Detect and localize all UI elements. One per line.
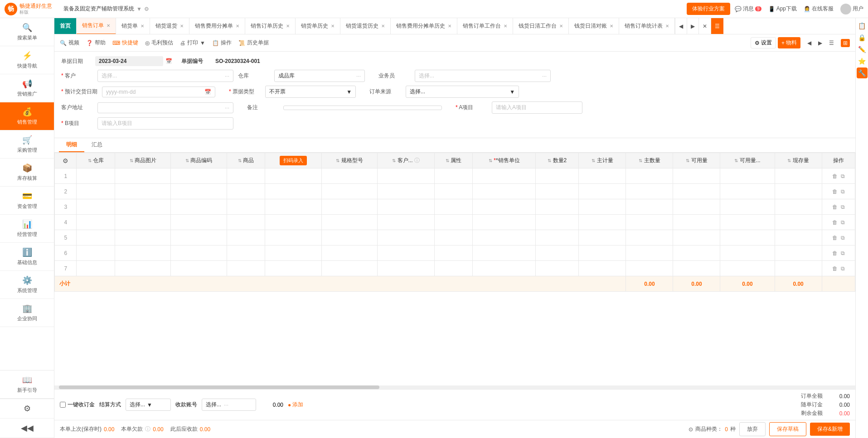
- sidebar-item-system[interactable]: ⚙️ 系统管理: [0, 271, 54, 299]
- sidebar-item-guide[interactable]: 📖 新手引导: [0, 370, 54, 399]
- save-draft-button[interactable]: 保存草稿: [769, 422, 806, 436]
- sidebar-item-sales[interactable]: 💰 销售管理: [0, 102, 54, 130]
- order-source-select[interactable]: 选择... ▼: [406, 86, 519, 98]
- col-settings-icon[interactable]: ⚙: [63, 157, 68, 164]
- copy-icon[interactable]: ⧉: [841, 250, 845, 256]
- add-button[interactable]: ● 添加: [288, 401, 303, 409]
- toolbar-view[interactable]: 🔍 视频: [60, 39, 79, 47]
- tab-close-icon[interactable]: ✕: [107, 23, 110, 28]
- sidebar-item-enterprise[interactable]: 🏢 企业协同: [0, 299, 54, 327]
- toolbar-nav-prev[interactable]: ◀: [807, 40, 811, 46]
- solution-button[interactable]: 体验行业方案: [687, 3, 730, 15]
- row-warehouse[interactable]: [77, 168, 115, 184]
- single-date-input[interactable]: 2023-03-24: [95, 56, 163, 66]
- tab-home[interactable]: 首页: [54, 18, 77, 34]
- toolbar-view-list-icon[interactable]: ☰: [829, 40, 834, 46]
- copy-icon[interactable]: ⧉: [841, 188, 845, 195]
- toolbar-view-card-icon[interactable]: ⊞: [841, 39, 850, 47]
- tab-detail[interactable]: 明细: [59, 138, 84, 152]
- toolbar-nav-next[interactable]: ▶: [818, 40, 822, 46]
- sidebar-item-purchase[interactable]: 🛒 采购管理: [0, 130, 54, 159]
- tab-sales-order[interactable]: 销售订单 ✕: [77, 18, 116, 34]
- toolbar-operate[interactable]: 📋 操作: [212, 39, 232, 47]
- tab-sales-return[interactable]: 销货退货 ✕: [150, 18, 189, 34]
- pay-method-select[interactable]: 选择... ▼: [126, 399, 171, 411]
- delete-icon[interactable]: 🗑: [832, 188, 838, 195]
- delete-icon[interactable]: 🗑: [832, 219, 838, 226]
- online-service-icon[interactable]: 👩‍💼 在线客服: [804, 5, 834, 13]
- tab-daily-reconcile[interactable]: 钱货日清对账 ✕: [569, 18, 619, 34]
- tab-close-icon[interactable]: ✕: [141, 24, 144, 29]
- copy-icon[interactable]: ⧉: [841, 235, 845, 241]
- tab-next-icon[interactable]: ▶: [687, 18, 698, 34]
- copy-icon[interactable]: ⧉: [841, 204, 845, 210]
- delivery-date-input[interactable]: yyyy-mm-dd 📅: [102, 87, 215, 97]
- one-click-checkout[interactable]: 一键收订金: [60, 401, 95, 409]
- tab-expense-history[interactable]: 销售费用分摊单历史 ✕: [391, 18, 457, 34]
- copy-icon[interactable]: ⧉: [841, 219, 845, 226]
- staff-input[interactable]: 选择... ···: [415, 70, 551, 82]
- tab-return-history[interactable]: 销货退货历史 ✕: [340, 18, 391, 34]
- tab-invoice-history[interactable]: 销货单历史 ✕: [296, 18, 340, 34]
- tab-close-icon[interactable]: ✕: [236, 24, 239, 29]
- sidebar-item-marketing[interactable]: 📢 营销推广: [0, 74, 54, 102]
- remark-input[interactable]: [283, 106, 442, 110]
- toolbar-profit[interactable]: ◎ 毛利预估: [145, 39, 173, 47]
- sidebar-item-inventory[interactable]: 📦 库存核算: [0, 159, 54, 187]
- tab-daily-workbench[interactable]: 钱货日清工作台 ✕: [513, 18, 569, 34]
- sidebar-item-management[interactable]: 📊 经营管理: [0, 215, 54, 243]
- invoice-type-select[interactable]: 不开票 ▼: [265, 86, 356, 98]
- delete-icon[interactable]: 🗑: [832, 204, 838, 210]
- sidebar-item-settings-bottom[interactable]: ⚙: [0, 399, 54, 419]
- tab-close-icon[interactable]: ✕: [331, 24, 335, 29]
- date-picker-icon[interactable]: 📅: [204, 89, 211, 95]
- settings-icon[interactable]: ⚙: [144, 6, 149, 12]
- row-code[interactable]: [171, 168, 227, 184]
- row-sale-unit[interactable]: [473, 168, 536, 184]
- rs-tool-icon[interactable]: 🔧: [857, 67, 868, 78]
- tab-close-icon[interactable]: ✕: [504, 24, 507, 29]
- row-product[interactable]: [227, 168, 265, 184]
- tab-sales-stats[interactable]: 销售订单统计表 ✕: [619, 18, 675, 34]
- tab-close-all-icon[interactable]: ✕: [698, 18, 711, 34]
- warehouse-input[interactable]: 成品库 ···: [274, 70, 365, 82]
- b-project-input[interactable]: 请输入B项目: [97, 117, 233, 130]
- toolbar-help[interactable]: ❓ 帮助: [86, 39, 106, 47]
- tab-sales-order-history[interactable]: 销售订单历史 ✕: [245, 18, 296, 34]
- scan-button[interactable]: 扫码录入: [280, 156, 307, 165]
- chevron-down-icon[interactable]: ▼: [136, 6, 142, 12]
- tab-close-icon[interactable]: ✕: [665, 24, 669, 29]
- discard-button[interactable]: 放弃: [739, 422, 766, 436]
- tab-close-icon[interactable]: ✕: [286, 24, 290, 29]
- toolbar-add-item[interactable]: + 物料: [778, 37, 800, 48]
- sidebar-item-quick[interactable]: ⚡ 快捷导航: [0, 46, 54, 74]
- delete-icon[interactable]: 🗑: [832, 250, 838, 256]
- save-new-button[interactable]: 保存&新增: [810, 423, 850, 436]
- sidebar-item-finance[interactable]: 💳 资金管理: [0, 187, 54, 215]
- tab-close-icon[interactable]: ✕: [610, 24, 613, 29]
- user-icon[interactable]: 用户: [840, 4, 863, 14]
- bank-select[interactable]: 选择... ···: [202, 399, 256, 411]
- copy-icon[interactable]: ⧉: [841, 265, 845, 272]
- customer-input[interactable]: 选择... ···: [97, 70, 233, 82]
- rs-lock-icon[interactable]: 🔒: [857, 32, 868, 43]
- calendar-icon[interactable]: 📅: [165, 58, 172, 64]
- tab-sales-invoice[interactable]: 销货单 ✕: [116, 18, 150, 34]
- toolbar-shortcut[interactable]: ⌨ 快捷键: [112, 39, 138, 47]
- tab-close-icon[interactable]: ✕: [381, 24, 385, 29]
- message-icon[interactable]: 💬 消息 9: [735, 5, 761, 13]
- tab-close-icon[interactable]: ✕: [448, 24, 451, 29]
- delete-icon[interactable]: 🗑: [832, 235, 838, 241]
- rs-clipboard-icon[interactable]: 📋: [857, 20, 868, 31]
- sidebar-item-basic[interactable]: ℹ️ 基础信息: [0, 243, 54, 271]
- address-input[interactable]: ···: [97, 102, 233, 113]
- toolbar-settings[interactable]: ⚙ 设置: [751, 37, 776, 48]
- tab-workbench[interactable]: 销售订单工作台 ✕: [457, 18, 513, 34]
- tab-sales-expense[interactable]: 销售费用分摊单 ✕: [189, 18, 245, 34]
- tab-menu-icon[interactable]: ☰: [711, 18, 723, 34]
- tab-close-icon[interactable]: ✕: [180, 24, 184, 29]
- col-settings[interactable]: ⚙: [55, 153, 77, 168]
- table-scrollbar[interactable]: [54, 385, 855, 389]
- sidebar-item-search[interactable]: 🔍 搜索菜单: [0, 18, 54, 46]
- rs-star-icon[interactable]: ⭐: [857, 56, 868, 67]
